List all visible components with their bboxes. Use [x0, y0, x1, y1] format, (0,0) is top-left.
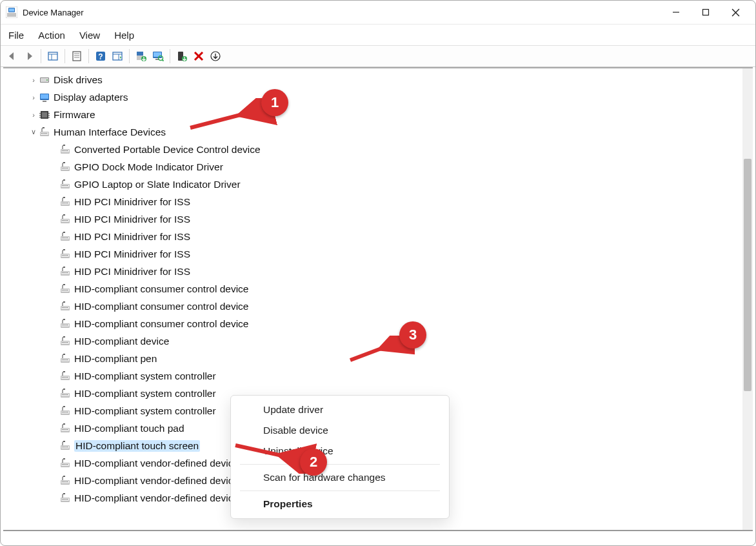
tree-category-label: Human Interface Devices — [54, 126, 166, 138]
context-menu-item[interactable]: Properties — [231, 494, 449, 514]
tree-item-label: HID PCI Minidriver for ISS — [74, 196, 190, 208]
svg-rect-27 — [703, 10, 709, 15]
context-menu-item[interactable]: Disable device — [231, 420, 449, 441]
tree-item-label: GPIO Dock Mode Indicator Driver — [74, 161, 223, 173]
tree-item-label: HID-compliant vendor-defined device — [74, 475, 239, 487]
tree-category[interactable]: ›Disk drives — [3, 71, 742, 88]
device-icon — [60, 406, 70, 416]
tree-item[interactable]: HID-compliant device — [3, 332, 742, 350]
scroll-thumb[interactable] — [744, 159, 751, 391]
uninstall-device-button[interactable] — [191, 48, 206, 64]
device-icon — [60, 389, 70, 399]
tree-category[interactable]: ›Firmware — [3, 106, 742, 123]
context-menu: Update driverDisable deviceUninstall dev… — [230, 395, 450, 519]
svg-rect-33 — [73, 52, 81, 61]
device-icon — [60, 197, 70, 207]
vertical-scrollbar[interactable] — [742, 68, 753, 530]
tree-item[interactable]: HID-compliant consumer control device — [3, 280, 742, 298]
close-icon — [731, 8, 740, 17]
device-icon — [60, 284, 70, 294]
toolbar: ? — [1, 45, 755, 67]
help-button[interactable]: ? — [93, 48, 108, 64]
context-menu-item[interactable]: Uninstall device — [231, 441, 449, 461]
tree-item-label: HID-compliant consumer control device — [74, 301, 249, 312]
device-icon — [60, 423, 70, 434]
back-button[interactable] — [5, 48, 20, 64]
tree-item[interactable]: HID PCI Minidriver for ISS — [3, 193, 742, 210]
chevron-right-icon[interactable]: › — [28, 111, 39, 119]
tree-item[interactable]: HID PCI Minidriver for ISS — [3, 263, 742, 280]
disable-device-button[interactable] — [208, 48, 223, 64]
tree-item[interactable]: HID-compliant consumer control device — [3, 298, 742, 315]
show-hide-console-tree-button[interactable] — [45, 48, 61, 64]
tree-item[interactable]: HID-compliant pen — [3, 350, 742, 367]
tree-item-label: HID-compliant touch screen — [74, 440, 200, 452]
help-icon: ? — [95, 50, 106, 62]
tree-item[interactable]: HID PCI Minidriver for ISS — [3, 228, 742, 245]
tree-item-label: HID PCI Minidriver for ISS — [74, 266, 190, 278]
tree-category[interactable]: ›Display adapters — [3, 88, 742, 106]
annotation-badge-2: 2 — [300, 449, 327, 476]
maximize-button[interactable] — [691, 1, 721, 24]
device-icon — [60, 162, 70, 172]
context-menu-item[interactable]: Scan for hardware changes — [231, 467, 449, 488]
chevron-right-icon[interactable]: › — [28, 94, 39, 101]
menubar: File Action View Help — [1, 25, 755, 45]
svg-rect-39 — [113, 52, 122, 60]
tree-item[interactable]: HID-compliant consumer control device — [3, 315, 742, 332]
device-icon — [60, 179, 70, 190]
category-icon — [39, 75, 50, 85]
update-driver-button[interactable] — [134, 48, 149, 64]
window-title: Device Manager — [23, 8, 84, 17]
arrow-left-icon — [6, 50, 18, 62]
svg-text:?: ? — [98, 52, 103, 61]
device-icon — [60, 458, 70, 469]
device-icon — [60, 214, 70, 225]
properties-button[interactable] — [69, 48, 85, 64]
tree-item-label: GPIO Laptop or Slate Indicator Driver — [74, 179, 241, 190]
close-button[interactable] — [721, 1, 750, 24]
action-pane-button[interactable] — [110, 48, 125, 64]
minimize-button[interactable] — [661, 1, 691, 24]
tree-item[interactable]: Converted Portable Device Control device — [3, 141, 742, 158]
device-icon — [60, 354, 70, 364]
tree-category[interactable]: ∨Human Interface Devices — [3, 123, 742, 141]
tree-item[interactable]: GPIO Dock Mode Indicator Driver — [3, 158, 742, 176]
tree-item[interactable]: HID PCI Minidriver for ISS — [3, 210, 742, 228]
tree-category-label: Disk drives — [54, 74, 103, 86]
chevron-down-icon[interactable]: ∨ — [28, 128, 39, 136]
tree-item-label: HID-compliant system controller — [74, 405, 216, 417]
tree-item[interactable]: GPIO Laptop or Slate Indicator Driver — [3, 176, 742, 193]
menu-file[interactable]: File — [8, 30, 24, 41]
tree-item-label: HID-compliant touch pad — [74, 423, 184, 434]
tree-item[interactable]: HID-compliant system controller — [3, 367, 742, 385]
tree-item-label: HID-compliant consumer control device — [74, 283, 249, 295]
enable-icon — [176, 50, 188, 62]
tree-item[interactable]: HID PCI Minidriver for ISS — [3, 245, 742, 263]
pane-icon — [112, 50, 123, 62]
tree-item-label: HID-compliant system controller — [74, 370, 216, 382]
context-menu-separator — [240, 490, 440, 491]
device-icon — [60, 232, 70, 242]
device-icon — [60, 371, 70, 381]
chevron-right-icon[interactable]: › — [28, 76, 39, 84]
monitor-scan-icon — [152, 50, 164, 62]
device-manager-window: Device Manager File Action View Help — [0, 0, 756, 546]
console-tree-icon — [47, 50, 59, 62]
context-menu-item[interactable]: Update driver — [231, 399, 449, 420]
forward-button[interactable] — [21, 48, 37, 64]
tree-item-label: HID PCI Minidriver for ISS — [74, 214, 190, 225]
tree-item-label: HID PCI Minidriver for ISS — [74, 248, 190, 260]
scan-hardware-button[interactable] — [150, 48, 166, 64]
category-icon — [39, 92, 50, 103]
svg-rect-44 — [137, 52, 143, 56]
tree-category-label: Display adapters — [54, 92, 128, 103]
device-icon — [60, 476, 70, 486]
app-icon — [6, 6, 17, 18]
device-icon — [60, 249, 70, 259]
device-icon — [60, 319, 70, 329]
menu-help[interactable]: Help — [114, 30, 134, 41]
enable-device-button[interactable] — [174, 48, 190, 64]
menu-action[interactable]: Action — [38, 30, 65, 41]
menu-view[interactable]: View — [79, 30, 100, 41]
